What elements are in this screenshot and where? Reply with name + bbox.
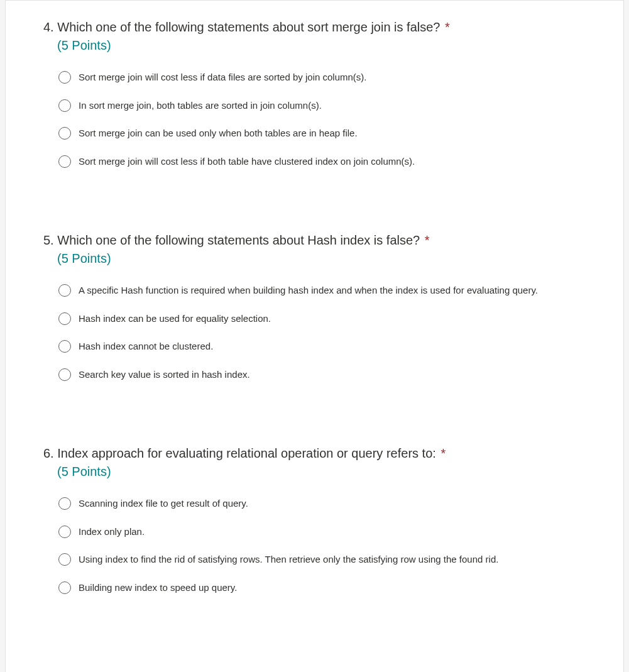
option-label: Scanning index file to get result of que…	[79, 497, 248, 511]
option-label: Search key value is sorted in hash index…	[79, 368, 250, 382]
options-group: Scanning index file to get result of que…	[58, 497, 586, 595]
question-block-4: 4. Which one of the following statements…	[6, 1, 623, 214]
radio-icon[interactable]	[58, 581, 71, 594]
radio-icon[interactable]	[58, 526, 71, 538]
options-group: Sort merge join will cost less if data f…	[58, 70, 586, 168]
option-label: Using index to find the rid of satisfyin…	[79, 553, 498, 567]
option-row[interactable]: Scanning index file to get result of que…	[58, 497, 586, 511]
required-asterisk: *	[425, 233, 430, 247]
required-asterisk: *	[440, 446, 446, 460]
radio-icon[interactable]	[58, 340, 71, 353]
option-label: Building new index to speed up query.	[79, 581, 237, 595]
question-number: 4.	[43, 20, 54, 34]
question-text: Which one of the following statements ab…	[57, 20, 440, 34]
option-label: Sort merge join will cost less if both t…	[79, 155, 415, 169]
question-points: (5 Points)	[57, 465, 586, 479]
option-row[interactable]: A specific Hash function is required whe…	[58, 284, 586, 298]
question-block-5: 5. Which one of the following statements…	[6, 214, 623, 427]
option-row[interactable]: Hash index cannot be clustered.	[58, 339, 586, 354]
radio-icon[interactable]	[58, 99, 71, 112]
option-row[interactable]: Search key value is sorted in hash index…	[58, 368, 586, 382]
option-label: Sort merge join will cost less if data f…	[79, 70, 367, 85]
question-points: (5 Points)	[57, 38, 586, 53]
option-label: Hash index cannot be clustered.	[79, 339, 213, 354]
radio-icon[interactable]	[58, 127, 71, 140]
option-row[interactable]: Sort merge join will cost less if both t…	[58, 155, 586, 169]
option-label: A specific Hash function is required whe…	[79, 284, 538, 298]
radio-icon[interactable]	[58, 284, 71, 297]
option-row[interactable]: In sort merge join, both tables are sort…	[58, 99, 586, 113]
question-title: 4. Which one of the following statements…	[43, 18, 586, 36]
options-group: A specific Hash function is required whe…	[58, 284, 586, 382]
radio-icon[interactable]	[58, 553, 71, 566]
form-container: 4. Which one of the following statements…	[5, 0, 624, 672]
question-title: 5. Which one of the following statements…	[43, 231, 586, 249]
question-title: 6. Index approach for evaluating relatio…	[43, 444, 586, 462]
option-row[interactable]: Using index to find the rid of satisfyin…	[58, 553, 586, 567]
question-points: (5 Points)	[57, 251, 586, 266]
option-row[interactable]: Index only plan.	[58, 525, 586, 539]
option-label: Index only plan.	[79, 525, 145, 539]
option-label: Hash index can be used for equality sele…	[79, 312, 271, 326]
option-row[interactable]: Hash index can be used for equality sele…	[58, 312, 586, 326]
question-block-6: 6. Index approach for evaluating relatio…	[6, 427, 623, 640]
question-number: 6.	[43, 446, 54, 460]
radio-icon[interactable]	[58, 71, 71, 84]
option-label: Sort merge join can be used only when bo…	[79, 126, 358, 141]
radio-icon[interactable]	[58, 155, 71, 168]
question-number: 5.	[43, 233, 54, 247]
radio-icon[interactable]	[58, 368, 71, 381]
option-row[interactable]: Sort merge join can be used only when bo…	[58, 126, 586, 141]
question-text: Index approach for evaluating relational…	[57, 446, 436, 460]
required-asterisk: *	[445, 20, 450, 34]
radio-icon[interactable]	[58, 312, 71, 325]
option-label: In sort merge join, both tables are sort…	[79, 99, 322, 113]
radio-icon[interactable]	[58, 497, 71, 510]
option-row[interactable]: Building new index to speed up query.	[58, 581, 586, 595]
option-row[interactable]: Sort merge join will cost less if data f…	[58, 70, 586, 85]
question-text: Which one of the following statements ab…	[57, 233, 420, 247]
